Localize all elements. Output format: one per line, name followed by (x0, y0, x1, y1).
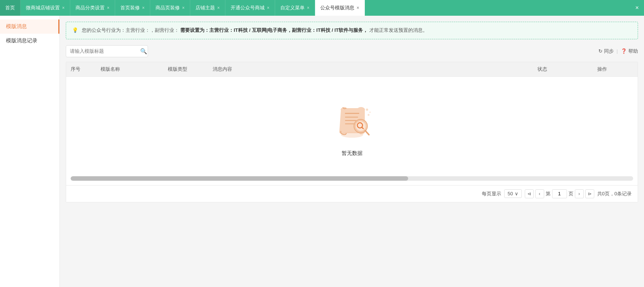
empty-text: 暂无数据 (342, 150, 363, 157)
page-unit: 页 (568, 190, 573, 197)
sidebar-item-template-log[interactable]: 模版消息记录 (0, 34, 59, 48)
per-page-label: 每页显示 (482, 190, 501, 197)
tab-bar: 首页 微商城店铺设置 × 商品分类设置 × 首页装修 × 商品页装修 × 店铺主… (0, 0, 644, 16)
data-table: 序号 模版名称 模版类型 消息内容 状态 操作 (66, 62, 638, 202)
page-size-select[interactable]: 50 ∨ (504, 189, 521, 198)
tab-micro-shop-label: 微商城店铺设置 (26, 4, 60, 11)
tab-open-mall-close[interactable]: × (267, 5, 269, 10)
search-input-wrap: 🔍 (66, 45, 148, 57)
info-prefix: 您的公众号行业为：主营行业：，副营行业： (82, 27, 179, 33)
tab-product-category-close[interactable]: × (107, 5, 110, 10)
sync-icon: ↻ (598, 48, 603, 54)
sidebar-item-template-msg[interactable]: 模版消息 (0, 19, 59, 34)
table-header: 序号 模版名称 模版类型 消息内容 状态 操作 (66, 62, 638, 77)
info-banner: 💡 您的公众号行业为：主营行业：，副营行业： 需要设置为：主营行业：IT科技 /… (66, 22, 638, 39)
sidebar: 模版消息 模版消息记录 (0, 16, 60, 287)
page-prev-button[interactable]: ‹ (535, 189, 544, 198)
tab-product-page-label: 商品页装修 (155, 4, 180, 11)
tab-open-mall[interactable]: 开通公众号商城 × (225, 0, 275, 16)
page-label: 第 (546, 190, 551, 197)
info-suffix: 才能正常发送预置的消息。 (369, 27, 428, 33)
svg-point-12 (367, 114, 369, 116)
info-highlight: 需要设置为：主营行业：IT科技 / 互联网|电子商务，副营行业：IT科技 / I… (180, 27, 368, 33)
svg-point-10 (366, 109, 368, 111)
help-button[interactable]: ❓ 帮助 (621, 48, 638, 55)
tab-bar-close-all[interactable]: × (630, 4, 644, 11)
tab-home[interactable]: 首页 (0, 0, 21, 16)
page-size-value: 50 (508, 191, 513, 196)
chevron-down-icon: ∨ (515, 191, 518, 196)
th-index: 序号 (66, 62, 96, 76)
pagination: 每页显示 50 ∨ ⊲ ‹ 第 页 › ⊳ 共0页，0条记录 (66, 185, 638, 202)
tab-home-decor[interactable]: 首页装修 × (115, 0, 150, 16)
empty-illustration (330, 99, 375, 144)
tab-home-decor-close[interactable]: × (142, 5, 145, 10)
page-next-button[interactable]: › (575, 189, 584, 198)
content-area: 💡 您的公众号行业为：主营行业：，副营行业： 需要设置为：主营行业：IT科技 /… (60, 16, 644, 287)
help-icon: ❓ (621, 48, 627, 54)
bulb-icon: 💡 (72, 27, 78, 33)
tab-template-msg-label: 公众号模版消息 (320, 4, 354, 11)
tab-home-label: 首页 (5, 4, 15, 11)
scrollbar-thumb (71, 176, 408, 181)
page-number-input[interactable] (552, 189, 567, 198)
th-name: 模版名称 (96, 62, 163, 76)
tab-product-category[interactable]: 商品分类设置 × (70, 0, 115, 16)
th-type: 模版类型 (163, 62, 208, 76)
tab-shop-theme-label: 店铺主题 (195, 4, 215, 11)
tab-micro-shop-close[interactable]: × (62, 5, 65, 10)
horizontal-scrollbar[interactable] (71, 176, 633, 181)
toolbar-right: ↻ 同步 | ❓ 帮助 (598, 48, 638, 55)
tab-micro-shop[interactable]: 微商城店铺设置 × (21, 0, 70, 16)
horizontal-scrollbar-wrap (66, 172, 638, 185)
svg-line-7 (365, 131, 369, 135)
sync-label: 同步 (604, 48, 614, 55)
main-layout: 模版消息 模版消息记录 💡 您的公众号行业为：主营行业：，副营行业： 需要设置为… (0, 16, 644, 287)
help-label: 帮助 (628, 48, 638, 55)
search-button[interactable]: 🔍 (136, 46, 148, 57)
tab-custom-menu-label: 自定义菜单 (280, 4, 305, 11)
tab-shop-theme-close[interactable]: × (217, 5, 220, 10)
tab-product-page-close[interactable]: × (182, 5, 185, 10)
total-info: 共0页，0条记录 (597, 190, 632, 197)
empty-state: 暂无数据 (66, 77, 638, 172)
page-last-button[interactable]: ⊳ (585, 189, 594, 198)
th-action: 操作 (593, 62, 638, 76)
tab-template-msg-close[interactable]: × (357, 5, 359, 10)
tab-product-page[interactable]: 商品页装修 × (150, 0, 190, 16)
toolbar-divider: | (617, 48, 618, 54)
th-content: 消息内容 (208, 62, 533, 76)
page-nav: ⊲ ‹ 第 页 › ⊳ (525, 189, 594, 198)
search-bar: 🔍 ↻ 同步 | ❓ 帮助 (66, 45, 638, 57)
tab-product-category-label: 商品分类设置 (76, 4, 105, 11)
search-input[interactable] (66, 46, 136, 56)
tab-template-msg[interactable]: 公众号模版消息 × (315, 0, 365, 16)
sync-button[interactable]: ↻ 同步 (598, 48, 614, 55)
tab-open-mall-label: 开通公众号商城 (231, 4, 265, 11)
page-first-button[interactable]: ⊲ (525, 189, 534, 198)
svg-point-11 (369, 112, 371, 113)
tab-custom-menu-close[interactable]: × (307, 5, 309, 10)
tab-custom-menu[interactable]: 自定义菜单 × (275, 0, 315, 16)
th-status: 状态 (533, 62, 593, 76)
tab-shop-theme[interactable]: 店铺主题 × (190, 0, 225, 16)
tab-home-decor-label: 首页装修 (120, 4, 140, 11)
